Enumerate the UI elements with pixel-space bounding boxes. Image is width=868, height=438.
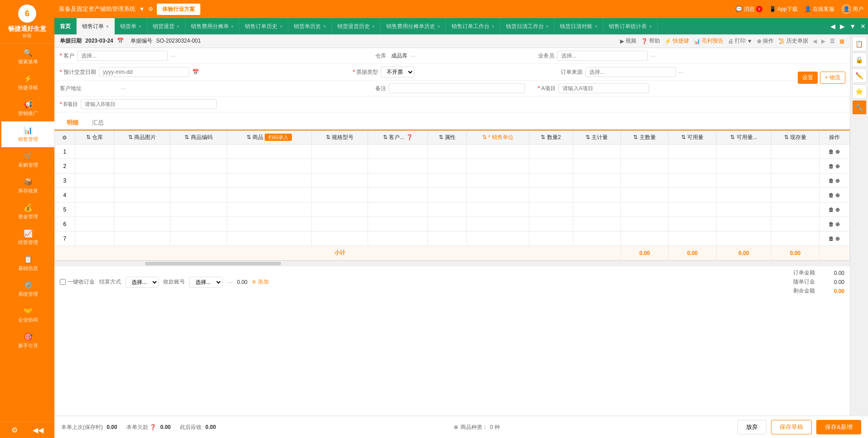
nav-prev-icon[interactable]: ◀ xyxy=(813,38,817,44)
scrollbar-thumb[interactable] xyxy=(145,262,281,265)
delete-icon-6[interactable]: 🗑 xyxy=(829,221,834,227)
row-customer-code-1[interactable] xyxy=(368,144,427,159)
tab-close-icon-5[interactable]: × xyxy=(280,24,282,29)
settlement-select[interactable]: 选择... xyxy=(126,277,159,288)
sidebar-item-collab[interactable]: 🤝 企业协同 xyxy=(0,302,54,328)
row-product-1[interactable] xyxy=(227,144,311,159)
tab-return-history[interactable]: 销货退货历史 × xyxy=(332,18,381,34)
right-panel-edit-btn[interactable]: ✏️ xyxy=(852,68,867,83)
right-panel-clipboard-btn[interactable]: 📋 xyxy=(852,37,867,51)
row-customer-code-2[interactable] xyxy=(368,159,427,173)
tab-cash-reconcile[interactable]: 钱货日清对账 × xyxy=(554,18,603,34)
col-image[interactable]: ⇅ 商品图片 xyxy=(114,131,170,144)
sidebar-item-management[interactable]: 📈 经营管理 xyxy=(0,225,54,250)
tab-close-icon-3[interactable]: × xyxy=(177,24,179,29)
nav-next-icon[interactable]: ▶ xyxy=(821,38,825,44)
account-select[interactable]: 选择... xyxy=(189,277,223,288)
row-spec-2[interactable] xyxy=(311,159,368,173)
col-customer-code[interactable]: ⇅ 客户... ❓ xyxy=(368,131,427,144)
right-panel-tool-btn[interactable]: 🔧 xyxy=(852,100,867,115)
col-available2[interactable]: ⇅ 可用量... xyxy=(716,131,771,144)
tab-next-icon[interactable]: ▶ xyxy=(838,23,847,30)
settings-btn[interactable]: 设置 xyxy=(798,72,818,84)
tab-order-history[interactable]: 销售订单历史 × xyxy=(239,18,288,34)
invoice-type-select[interactable]: 不开票 xyxy=(381,67,414,77)
history-btn[interactable]: 📜 历史单据 xyxy=(778,37,808,45)
copy-icon-7[interactable]: ⊕ xyxy=(835,236,840,242)
customer-more-icon[interactable]: ··· xyxy=(170,52,176,59)
tab-goods-history[interactable]: 销货单历史 × xyxy=(288,18,332,34)
col-unit[interactable]: ⇅ * 销售单位 xyxy=(467,131,529,144)
tab-expense[interactable]: 销售费用分摊单 × xyxy=(185,18,240,34)
sidebar-item-inventory[interactable]: 📦 库存核算 xyxy=(0,173,54,199)
row-unit-1[interactable] xyxy=(467,144,529,159)
discard-btn[interactable]: 放弃 xyxy=(737,420,766,434)
a-project-input[interactable] xyxy=(558,83,649,93)
app-download-item[interactable]: 📱 App下载 xyxy=(769,5,798,13)
delete-icon-3[interactable]: 🗑 xyxy=(829,178,834,184)
staff-more-icon[interactable]: ··· xyxy=(650,52,656,59)
sidebar-item-system[interactable]: ⚙️ 系统管理 xyxy=(0,276,54,302)
delete-icon-1[interactable]: 🗑 xyxy=(829,149,834,155)
row-current-1[interactable] xyxy=(771,144,819,159)
tab-close-icon-10[interactable]: × xyxy=(546,24,549,29)
row-main-qty-1[interactable] xyxy=(621,144,668,159)
question-icon[interactable]: ❓ xyxy=(150,424,156,430)
tab-close-icon[interactable]: × xyxy=(106,24,109,29)
row-main-qty-2[interactable] xyxy=(621,159,668,173)
delete-icon-2[interactable]: 🗑 xyxy=(829,163,834,169)
staff-input[interactable] xyxy=(557,51,648,61)
tab-close-all-icon[interactable]: ✕ xyxy=(858,23,868,30)
col-settings[interactable]: ⚙ xyxy=(55,131,75,144)
tab-detail[interactable]: 明细 xyxy=(60,116,85,130)
delete-icon-5[interactable]: 🗑 xyxy=(829,207,834,213)
tab-close-icon-6[interactable]: × xyxy=(323,24,326,29)
copy-icon-2[interactable]: ⊕ xyxy=(835,163,840,169)
dropdown-arrow-icon[interactable]: ▼ xyxy=(139,6,145,12)
tab-summary[interactable]: 汇总 xyxy=(85,116,111,130)
tab-home[interactable]: 首页 xyxy=(54,18,77,34)
settings-gear-icon[interactable]: ⚙ xyxy=(11,426,18,434)
delete-icon-7[interactable]: 🗑 xyxy=(829,236,834,242)
settings-icon[interactable]: ⚙ xyxy=(148,6,153,12)
scan-btn[interactable]: 扫码录入 xyxy=(265,134,292,141)
row-code-2[interactable] xyxy=(170,159,227,173)
save-draft-btn[interactable]: 保存草稿 xyxy=(771,420,812,434)
grid-view-icon[interactable]: ▦ xyxy=(839,38,844,44)
row-available2-2[interactable] xyxy=(716,159,771,173)
logistics-btn[interactable]: + 物流 xyxy=(820,72,845,84)
copy-icon-6[interactable]: ⊕ xyxy=(835,221,840,227)
order-source-input[interactable] xyxy=(585,67,676,77)
order-source-more-icon[interactable]: ··· xyxy=(679,68,684,76)
col-product[interactable]: ⇅ 商品 扫码录入 xyxy=(227,131,311,144)
row-attr-2[interactable] xyxy=(427,159,466,173)
row-main-unit-1[interactable] xyxy=(573,144,621,159)
add-payment-btn[interactable]: ⊕ 添加 xyxy=(252,278,269,286)
row-available-1[interactable] xyxy=(669,144,716,159)
col-qty2[interactable]: ⇅ 数量2 xyxy=(529,131,573,144)
col-main-qty[interactable]: ⇅ 主数量 xyxy=(621,131,668,144)
row-unit-2[interactable] xyxy=(467,159,529,173)
tab-sales-order[interactable]: 销售订单 × xyxy=(77,18,115,34)
row-available-2[interactable] xyxy=(669,159,716,173)
row-product-2[interactable] xyxy=(227,159,311,173)
collapse-icon[interactable]: ◀◀ xyxy=(33,426,44,434)
sidebar-item-purchase[interactable]: 🛒 采购管理 xyxy=(0,147,54,173)
message-item[interactable]: 💬 消息 9 xyxy=(736,5,762,13)
col-code[interactable]: ⇅ 商品编码 xyxy=(170,131,227,144)
copy-icon-4[interactable]: ⊕ xyxy=(835,192,840,198)
tab-close-icon-11[interactable]: × xyxy=(595,24,597,29)
tab-close-icon-8[interactable]: × xyxy=(437,24,440,29)
sidebar-item-finance[interactable]: 💰 资金管理 xyxy=(0,199,54,225)
right-panel-star-btn[interactable]: ⭐ xyxy=(852,84,867,99)
action-btn[interactable]: ⊕ 操作 xyxy=(757,37,774,45)
save-new-btn[interactable]: 保存&新增 xyxy=(816,420,861,434)
customer-input[interactable] xyxy=(77,51,168,61)
row-code-1[interactable] xyxy=(170,144,227,159)
list-view-icon[interactable]: ☰ xyxy=(830,38,835,44)
online-service-item[interactable]: 👤 在线客服 xyxy=(805,5,834,13)
row-attr-1[interactable] xyxy=(427,144,466,159)
row-qty2-2[interactable] xyxy=(529,159,573,173)
sidebar-item-nav[interactable]: ⚡ 快捷导航 xyxy=(0,70,54,96)
col-spec[interactable]: ⇅ 规格型号 xyxy=(311,131,368,144)
